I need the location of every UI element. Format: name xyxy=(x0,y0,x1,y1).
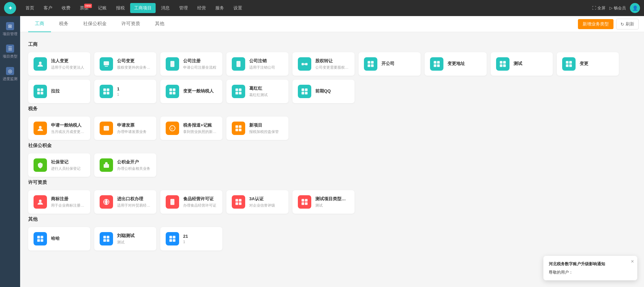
cards-grid-其他: 哈哈 刘聪测试测试 211 xyxy=(28,227,636,250)
svg-rect-80 xyxy=(103,239,106,242)
svg-rect-73 xyxy=(305,202,308,205)
card-icon xyxy=(100,158,113,172)
card-股权转让[interactable]: 股权转让公司变更需要股权转让 xyxy=(292,52,355,76)
card-info: 3A认证对企业信誉评级 xyxy=(249,196,283,208)
section-title-社保公积金: 社保公积金 xyxy=(28,143,636,149)
card-开公司[interactable]: 开公司 xyxy=(359,52,421,76)
card-title: 开公司 xyxy=(381,61,415,67)
refresh-button[interactable]: ↻ 刷新 xyxy=(616,19,639,29)
card-变更一般纳税人[interactable]: 变更一般纳税人 xyxy=(160,80,222,103)
top-nav: ✦ 首页客户收费票据new记账报税工商项目消息管理经营服务设置 ⛶ 全屏 ▷ 畅… xyxy=(0,0,644,16)
svg-rect-16 xyxy=(371,64,374,67)
card-desc: 用于企业商标注册服务 xyxy=(51,203,85,208)
notification-close-btn[interactable]: × xyxy=(631,259,634,265)
card-title: 3A认证 xyxy=(249,196,283,202)
svg-rect-79 xyxy=(107,236,109,238)
svg-rect-2 xyxy=(105,66,108,67)
card-icon xyxy=(100,57,113,71)
sub-tab-社保公积金[interactable]: 社保公积金 xyxy=(76,16,113,32)
sub-tab-税务[interactable]: 税务 xyxy=(52,16,75,32)
svg-point-49 xyxy=(39,126,42,129)
card-info: 申请发票办理申请发票业务 xyxy=(117,122,151,134)
card-税务报道+记账[interactable]: ¥税务报道+记账拿到营业执照的新公司 xyxy=(160,117,222,140)
nav-item-记账[interactable]: 记账 xyxy=(94,3,111,13)
notification-body: 尊敬的用户： xyxy=(549,269,632,276)
card-1[interactable]: 11 xyxy=(94,80,156,103)
toolbar: 新增业务类型 ↻ 刷新 xyxy=(578,16,639,32)
card-desc: 葛红红测试 xyxy=(249,92,283,97)
sub-tab-其他[interactable]: 其他 xyxy=(148,16,171,32)
nav-item-客户[interactable]: 客户 xyxy=(40,3,56,13)
svg-rect-59 xyxy=(104,164,109,168)
card-进出口权办理[interactable]: 进出口权办理适用于对外贸易经营者 xyxy=(94,190,156,214)
sub-tab-许可资质[interactable]: 许可资质 xyxy=(115,16,147,32)
svg-rect-28 xyxy=(569,64,572,67)
card-社保登记[interactable]: 社保登记进行人员社保登记 xyxy=(28,153,90,177)
sub-tabs-wrapper: 工商税务社保公积金许可资质其他 新增业务类型 ↻ 刷新 xyxy=(20,16,644,32)
card-公司变更[interactable]: 公司变更股权变更外的业务变更 xyxy=(94,52,156,76)
card-拉拉[interactable]: 拉拉 xyxy=(28,80,90,103)
fullscreen-btn[interactable]: ⛶ 全屏 xyxy=(592,5,605,11)
member-btn[interactable]: ▷ 畅会员 xyxy=(609,5,626,11)
card-前期QQ[interactable]: 前期QQ xyxy=(292,80,355,103)
svg-rect-85 xyxy=(173,239,175,242)
card-测试[interactable]: 测试 xyxy=(491,52,553,76)
card-info: 开公司 xyxy=(381,61,415,68)
card-title: 申请一般纳税人 xyxy=(51,122,85,128)
badge-new: new xyxy=(84,4,92,8)
nav-item-消息[interactable]: 消息 xyxy=(157,3,174,13)
card-公司注册[interactable]: 公司注册申请公司注册全流程 xyxy=(160,52,222,76)
card-法人变更[interactable]: 法人变更适用于公司变更法人 xyxy=(28,52,90,76)
svg-rect-46 xyxy=(305,88,308,91)
nav-item-服务[interactable]: 服务 xyxy=(211,3,228,13)
nav-item-经营[interactable]: 经营 xyxy=(193,3,210,13)
nav-item-管理[interactable]: 管理 xyxy=(175,3,192,13)
card-刘聪测试[interactable]: 刘聪测试测试 xyxy=(94,227,156,250)
user-avatar[interactable]: 👤 xyxy=(630,3,640,13)
sidebar-item-项目管理[interactable]: ⊞项目管理 xyxy=(1,19,19,40)
card-新项目[interactable]: 新项目报税加税控盘保管 xyxy=(226,117,288,140)
card-变更地址[interactable]: 变更地址 xyxy=(425,52,487,76)
sidebar-label: 进度监测 xyxy=(3,76,17,81)
card-icon xyxy=(232,85,245,98)
card-icon: ¥ xyxy=(166,122,179,135)
notification-content: 河北税务数字账户升级影响通知 尊敬的用户： xyxy=(549,261,632,276)
card-食品经营许可证[interactable]: 食品经营许可证办理食品经营许可证 xyxy=(160,190,222,214)
card-title: 哈哈 xyxy=(51,235,85,241)
card-哈哈[interactable]: 哈哈 xyxy=(28,227,90,250)
nav-item-收费[interactable]: 收费 xyxy=(58,3,74,13)
nav-item-票据[interactable]: 票据new xyxy=(76,3,93,13)
nav-item-首页[interactable]: 首页 xyxy=(21,3,38,13)
svg-rect-42 xyxy=(239,88,241,91)
card-公积金开户[interactable]: 公积金开户办理公积金相关业务 xyxy=(94,153,156,177)
sidebar-item-项目类型[interactable]: ☰项目类型 xyxy=(1,41,19,62)
sub-tab-工商[interactable]: 工商 xyxy=(28,16,51,32)
card-测试项目类型自定义[interactable]: 测试项目类型自定义测试 xyxy=(292,190,355,214)
nav-item-报税[interactable]: 报税 xyxy=(112,3,129,13)
svg-rect-63 xyxy=(171,200,173,201)
add-type-button[interactable]: 新增业务类型 xyxy=(578,19,613,29)
sidebar-icon: ◎ xyxy=(6,67,14,75)
card-申请一般纳税人[interactable]: 申请一般纳税人当月或次月成变更完成 xyxy=(28,117,90,140)
card-葛红红[interactable]: 葛红红葛红红测试 xyxy=(226,80,288,103)
card-变更[interactable]: 变更 xyxy=(557,52,619,76)
card-title: 进出口权办理 xyxy=(117,196,151,202)
card-申请发票[interactable]: 申请发票办理申请发票业务 xyxy=(94,117,156,140)
card-desc: 对企业信誉评级 xyxy=(249,203,283,208)
card-desc: 办理公积金相关业务 xyxy=(117,166,151,171)
svg-rect-64 xyxy=(171,201,173,202)
card-info: 11 xyxy=(117,86,151,96)
card-icon xyxy=(562,57,576,71)
card-3A认证[interactable]: 3A认证对企业信誉评级 xyxy=(226,190,288,214)
card-21[interactable]: 211 xyxy=(160,227,222,250)
svg-rect-6 xyxy=(171,64,173,65)
nav-item-工商项目[interactable]: 工商项目 xyxy=(130,3,156,13)
card-desc: 申请公司注册全流程 xyxy=(183,65,217,70)
svg-rect-24 xyxy=(503,64,506,67)
nav-item-设置[interactable]: 设置 xyxy=(229,3,246,13)
sidebar-item-进度监测[interactable]: ◎进度监测 xyxy=(1,64,19,85)
notification-title: 河北税务数字账户升级影响通知 xyxy=(549,261,632,267)
svg-rect-37 xyxy=(169,88,172,91)
card-商标注册[interactable]: 商标注册用于企业商标注册服务 xyxy=(28,190,90,214)
card-公司注销[interactable]: 公司注销适用于注销公司 xyxy=(226,52,288,76)
